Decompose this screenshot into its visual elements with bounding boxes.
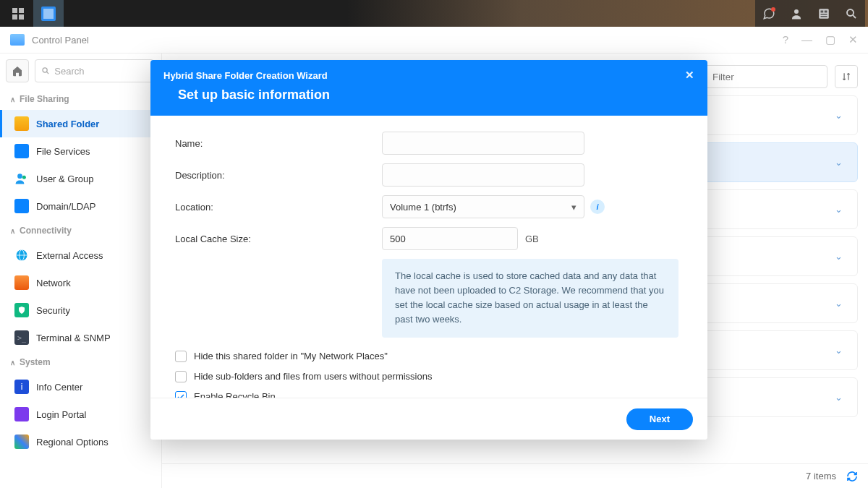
modal-body: Name: Description: Location: Volume 1 (b… bbox=[150, 116, 707, 398]
chevron-up-icon: ∧ bbox=[10, 95, 15, 103]
window-title: Control Panel bbox=[32, 35, 89, 46]
sidebar-item-regional-options[interactable]: Regional Options bbox=[0, 428, 161, 455]
sidebar-item-domain-ldap[interactable]: Domain/LDAP bbox=[0, 192, 161, 220]
section-file-sharing[interactable]: ∧ File Sharing bbox=[0, 88, 161, 110]
checkbox-icon bbox=[175, 391, 187, 398]
sidebar-item-shared-folder[interactable]: Shared Folder bbox=[0, 110, 161, 137]
app-grid-button[interactable] bbox=[3, 0, 33, 27]
wizard-modal: Hybrid Share Folder Creation Wizard ✕ Se… bbox=[150, 60, 707, 440]
form-row-cache: Local Cache Size: GB bbox=[175, 227, 683, 250]
sidebar-item-login-portal[interactable]: Login Portal bbox=[0, 401, 161, 428]
app-icon bbox=[41, 7, 56, 21]
grid-icon bbox=[12, 8, 24, 20]
chat-icon bbox=[762, 7, 775, 20]
checkbox-hide-network[interactable]: Hide this shared folder in "My Network P… bbox=[175, 351, 683, 362]
sidebar-item-security[interactable]: Security bbox=[0, 296, 161, 324]
form-row-name: Name: bbox=[175, 132, 683, 155]
checkbox-icon bbox=[175, 351, 187, 362]
chevron-down-icon: ⌄ bbox=[835, 345, 843, 356]
section-label: Connectivity bbox=[20, 226, 72, 236]
svg-line-7 bbox=[853, 14, 856, 17]
refresh-button[interactable] bbox=[846, 471, 858, 482]
checkbox-label: Enable Recycle Bin bbox=[194, 391, 276, 398]
section-label: System bbox=[20, 357, 51, 367]
svg-point-10 bbox=[17, 174, 22, 179]
domain-ldap-icon bbox=[14, 199, 29, 213]
svg-point-0 bbox=[794, 9, 799, 14]
checkbox-label: Hide sub-folders and files from users wi… bbox=[194, 371, 432, 382]
sidebar-item-network[interactable]: Network bbox=[0, 269, 161, 296]
section-connectivity[interactable]: ∧ Connectivity bbox=[0, 220, 161, 241]
label-cache: Local Cache Size: bbox=[175, 234, 382, 244]
info-icon: i bbox=[14, 380, 29, 394]
sidebar-item-label: Terminal & SNMP bbox=[36, 333, 111, 343]
checkbox-label: Hide this shared folder in "My Network P… bbox=[194, 351, 388, 361]
home-button[interactable] bbox=[6, 59, 29, 82]
footer-bar: 7 items bbox=[162, 463, 868, 488]
globe-icon bbox=[14, 248, 29, 262]
sidebar-item-label: Login Portal bbox=[36, 409, 86, 420]
login-portal-icon bbox=[14, 407, 29, 421]
chevron-down-icon: ⌄ bbox=[835, 298, 843, 309]
label-gb: GB bbox=[525, 234, 539, 244]
modal-title: Set up basic information bbox=[163, 87, 694, 107]
wizard-name: Hybrid Share Folder Creation Wizard bbox=[163, 70, 328, 81]
sidebar: ∧ File Sharing Shared Folder File Servic… bbox=[0, 53, 162, 488]
widgets-icon bbox=[817, 7, 830, 20]
network-icon bbox=[14, 275, 29, 290]
search-input[interactable] bbox=[54, 66, 148, 77]
filter-input[interactable] bbox=[705, 65, 827, 88]
checkbox-hide-subfolders[interactable]: Hide sub-folders and files from users wi… bbox=[175, 371, 683, 382]
label-name: Name: bbox=[175, 138, 382, 149]
help-button[interactable]: ? bbox=[783, 33, 788, 46]
sidebar-item-info-center[interactable]: i Info Center bbox=[0, 373, 161, 401]
os-taskbar bbox=[0, 0, 868, 27]
user-button[interactable] bbox=[783, 0, 810, 27]
section-label: File Sharing bbox=[20, 94, 69, 104]
modal-header: Hybrid Share Folder Creation Wizard ✕ Se… bbox=[150, 60, 707, 116]
description-input[interactable] bbox=[382, 163, 584, 187]
control-panel-icon bbox=[10, 34, 25, 46]
sidebar-search[interactable] bbox=[35, 59, 154, 82]
sidebar-item-external-access[interactable]: External Access bbox=[0, 241, 161, 269]
section-system[interactable]: ∧ System bbox=[0, 351, 161, 373]
label-description: Description: bbox=[175, 170, 382, 181]
name-input[interactable] bbox=[382, 132, 584, 155]
cache-input[interactable] bbox=[382, 227, 518, 250]
location-select[interactable]: Volume 1 (btrfs) ▾ bbox=[382, 195, 584, 218]
chevron-down-icon: ▾ bbox=[571, 202, 576, 213]
item-count: 7 items bbox=[806, 471, 836, 481]
search-icon bbox=[845, 7, 858, 20]
sidebar-item-terminal-snmp[interactable]: >_ Terminal & SNMP bbox=[0, 324, 161, 351]
sidebar-item-label: Security bbox=[36, 305, 70, 316]
chevron-up-icon: ∧ bbox=[10, 359, 15, 367]
sort-button[interactable] bbox=[835, 65, 858, 88]
checkbox-icon bbox=[175, 371, 187, 382]
running-app-button[interactable] bbox=[33, 0, 64, 27]
svg-line-9 bbox=[46, 72, 48, 74]
sidebar-item-label: File Services bbox=[36, 146, 90, 157]
maximize-button[interactable]: ▢ bbox=[825, 33, 835, 46]
user-icon bbox=[790, 7, 803, 20]
widgets-button[interactable] bbox=[810, 0, 838, 27]
refresh-icon bbox=[846, 471, 858, 482]
chat-button[interactable] bbox=[755, 0, 783, 27]
sidebar-item-user-group[interactable]: User & Group bbox=[0, 165, 161, 192]
label-location: Location: bbox=[175, 202, 382, 213]
close-button[interactable]: ✕ bbox=[685, 69, 694, 82]
next-button[interactable]: Next bbox=[626, 408, 693, 430]
info-badge[interactable]: i bbox=[590, 200, 605, 214]
checkbox-recycle-bin[interactable]: Enable Recycle Bin bbox=[175, 391, 683, 398]
search-button[interactable] bbox=[838, 0, 865, 27]
close-window-button[interactable]: ✕ bbox=[848, 33, 858, 46]
terminal-icon: >_ bbox=[14, 330, 29, 345]
sidebar-item-label: Domain/LDAP bbox=[36, 201, 95, 212]
svg-rect-5 bbox=[821, 16, 827, 17]
chevron-down-icon: ⌄ bbox=[835, 251, 843, 262]
minimize-button[interactable]: — bbox=[801, 33, 812, 46]
sidebar-item-file-services[interactable]: File Services bbox=[0, 137, 161, 165]
file-services-icon bbox=[14, 144, 29, 158]
form-row-location: Location: Volume 1 (btrfs) ▾ i bbox=[175, 195, 683, 218]
svg-point-11 bbox=[22, 176, 26, 179]
sidebar-item-label: Regional Options bbox=[36, 437, 109, 448]
